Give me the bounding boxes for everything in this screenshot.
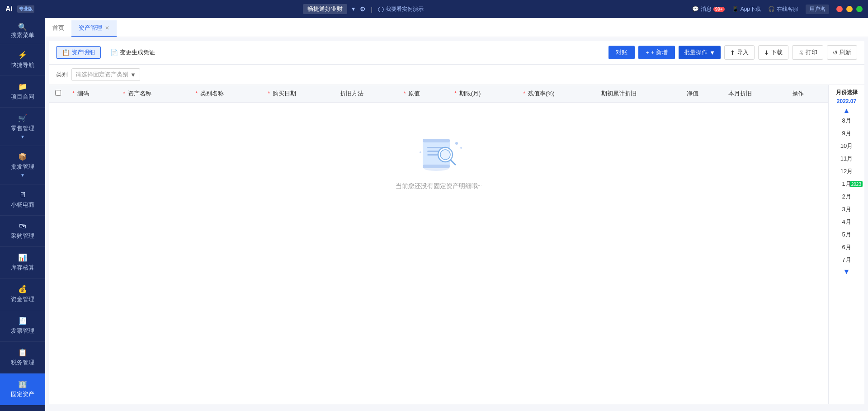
month-item-11[interactable]: 11月 — [829, 152, 864, 165]
content-area: 首页 资产管理 ✕ 📋 资产明细 📄 变更生成凭证 — [45, 18, 868, 411]
year-2023-badge: 2023 — [850, 181, 863, 187]
refresh-icon: ↺ — [833, 49, 838, 56]
month-item-2[interactable]: 2月 — [829, 190, 864, 203]
filter-container: 类别 请选择固定资产类别 ▼ — [49, 65, 864, 85]
toolbar-right: 对账 + + 新增 批量操作 ▼ ⬆ 导入 ⬇ 下载 — [609, 45, 857, 60]
company-name[interactable]: 畅捷通好业财 — [303, 4, 347, 14]
bottom-scroll[interactable] — [49, 404, 864, 407]
message-icon: 💬 — [692, 6, 699, 12]
sub-tab-bar: 📋 资产明细 📄 变更生成凭证 对账 + + 新增 批量操作 — [49, 41, 864, 65]
category-select[interactable]: 请选择固定资产类别 ▼ — [71, 68, 140, 81]
arrow-icon: ▼ — [20, 173, 25, 178]
app-logo: Ai — [5, 5, 13, 13]
table-header-row: * 编码 * 资产名称 * 类别名称 — [49, 85, 828, 103]
table-month-container: * 编码 * 资产名称 * 类别名称 — [49, 85, 864, 404]
month-item-10[interactable]: 10月 — [829, 140, 864, 152]
asset-detail-icon: 📋 — [62, 49, 70, 56]
month-panel-down-nav[interactable]: ▼ — [843, 268, 850, 275]
tab-close-icon[interactable]: ✕ — [105, 25, 109, 31]
change-voucher-icon: 📄 — [110, 49, 118, 56]
import-button[interactable]: ⬆ 导入 — [724, 45, 755, 60]
col-monthly-depreciation: 本月折旧 — [723, 85, 786, 103]
dropdown-arrow-icon: ▼ — [130, 71, 136, 78]
sidebar-item-purchase-mgmt[interactable]: 🛍 采购管理 — [0, 216, 45, 247]
col-code: * 编码 — [67, 85, 118, 103]
window-minimize-btn[interactable]: − — [856, 6, 863, 12]
print-button[interactable]: 🖨 打印 — [792, 45, 823, 60]
empty-illustration — [411, 130, 466, 175]
month-item-4[interactable]: 4月 — [829, 216, 864, 228]
reconcile-button[interactable]: 对账 — [609, 46, 635, 59]
select-all-checkbox[interactable] — [55, 90, 61, 96]
sidebar-item-inventory[interactable]: 📊 库存核算 — [0, 247, 45, 279]
message-btn[interactable]: 💬 消息 99+ — [692, 5, 725, 13]
tab-asset-management[interactable]: 资产管理 ✕ — [71, 20, 117, 37]
month-item-9[interactable]: 9月 — [829, 127, 864, 140]
add-icon: + — [646, 49, 649, 56]
page-content: 📋 资产明细 📄 变更生成凭证 对账 + + 新增 批量操作 — [49, 41, 864, 407]
col-purchase-date: * 购买日期 — [262, 85, 335, 103]
month-item-12[interactable]: 12月 — [829, 165, 864, 178]
svg-line-9 — [451, 160, 455, 165]
empty-text: 当前您还没有固定资产明细哦~ — [396, 182, 481, 190]
headset-icon: 🎧 — [768, 6, 775, 12]
home-tab-label: 首页 — [52, 24, 64, 32]
sidebar-item-retail-mgmt[interactable]: 🛒 零售管理 ▼ — [0, 108, 45, 146]
tab-bar: 首页 资产管理 ✕ — [45, 18, 868, 37]
asset-tab-label: 资产管理 — [79, 24, 102, 32]
sidebar-item-ecommerce[interactable]: 🖥 小畅电商 — [0, 184, 45, 216]
sidebar-item-search[interactable]: 🔍 搜索菜单 — [0, 18, 45, 44]
col-checkbox — [49, 85, 67, 103]
month-panel-year: 2022.07 — [837, 98, 856, 104]
demo-icon: ◯ — [378, 6, 384, 12]
month-item-1[interactable]: 1月 2023 — [829, 178, 864, 190]
sidebar-item-salary[interactable]: 💵 工资 — [0, 405, 45, 411]
download-button[interactable]: ⬇ 下载 — [758, 45, 788, 60]
window-maximize-btn[interactable]: □ — [846, 6, 853, 12]
sidebar-item-project-contract[interactable]: 📁 项目合同 — [0, 76, 45, 108]
online-service-btn[interactable]: 🎧 在线客服 — [768, 5, 798, 13]
app-title: Ai 专业版 — [5, 5, 34, 13]
refresh-button[interactable]: ↺ 刷新 — [827, 45, 857, 60]
sub-tab-change-voucher[interactable]: 📄 变更生成凭证 — [104, 46, 161, 59]
empty-state: 当前您还没有固定资产明细哦~ — [49, 103, 828, 217]
col-accumulated-depreciation: 期初累计折旧 — [596, 85, 681, 103]
col-depreciation-method: 折旧方法 — [335, 85, 398, 103]
month-item-6[interactable]: 6月 — [829, 241, 864, 254]
top-bar-left: Ai 专业版 — [5, 5, 34, 13]
user-info[interactable]: 用户名 — [806, 5, 829, 14]
sidebar-item-quick-nav[interactable]: ⚡ 快捷导航 — [0, 44, 45, 76]
month-item-7[interactable]: 7月 — [829, 254, 864, 266]
sidebar-item-fund-mgmt[interactable]: 💰 资金管理 — [0, 279, 45, 310]
demo-link[interactable]: ◯ 我要看实例演示 — [378, 5, 424, 13]
settings-icon[interactable]: ⚙ — [360, 5, 366, 13]
col-original-value: * 原值 — [398, 85, 449, 103]
month-panel-up-nav[interactable]: ▲ — [843, 107, 850, 114]
top-bar-center: 畅捷通好业财 ▼ ⚙ | ◯ 我要看实例演示 — [303, 4, 424, 14]
sidebar-item-tax-mgmt[interactable]: 📋 税务管理 — [0, 342, 45, 373]
col-net-value: 净值 — [681, 85, 723, 103]
app-download-btn[interactable]: 📱 App下载 — [732, 5, 761, 13]
col-operation: 操作 — [787, 85, 828, 103]
month-item-5[interactable]: 5月 — [829, 228, 864, 241]
col-name: * 资产名称 — [118, 85, 190, 103]
tab-home[interactable]: 首页 — [45, 20, 71, 37]
app-download-icon: 📱 — [732, 6, 739, 12]
svg-point-11 — [460, 147, 462, 149]
month-panel: 月份选择 2022.07 ▲ 8月 9月 10月 11月 12月 1月 2023… — [828, 85, 864, 404]
sidebar-item-invoice-mgmt[interactable]: 🧾 发票管理 — [0, 310, 45, 342]
assets-table: * 编码 * 资产名称 * 类别名称 — [49, 85, 828, 103]
main-layout: 🔍 搜索菜单 ⚡ 快捷导航 📁 项目合同 🛒 零售管理 ▼ 📦 批发管理 ▼ 🖥… — [0, 18, 868, 411]
download-icon: ⬇ — [764, 49, 769, 56]
add-button[interactable]: + + 新增 — [638, 46, 675, 59]
table-container[interactable]: * 编码 * 资产名称 * 类别名称 — [49, 85, 864, 404]
window-close-btn[interactable]: ✕ — [836, 6, 843, 12]
batch-button[interactable]: 批量操作 ▼ — [679, 46, 721, 59]
company-dropdown[interactable]: ▼ — [351, 6, 356, 12]
month-item-3[interactable]: 3月 — [829, 203, 864, 216]
sidebar-item-batch-mgmt[interactable]: 📦 批发管理 ▼ — [0, 146, 45, 184]
batch-dropdown-icon: ▼ — [709, 49, 715, 56]
month-item-8[interactable]: 8月 — [829, 114, 864, 127]
sub-tab-asset-detail[interactable]: 📋 资产明细 — [56, 46, 101, 59]
sidebar-item-fixed-assets[interactable]: 🏢 固定资产 — [0, 373, 45, 405]
